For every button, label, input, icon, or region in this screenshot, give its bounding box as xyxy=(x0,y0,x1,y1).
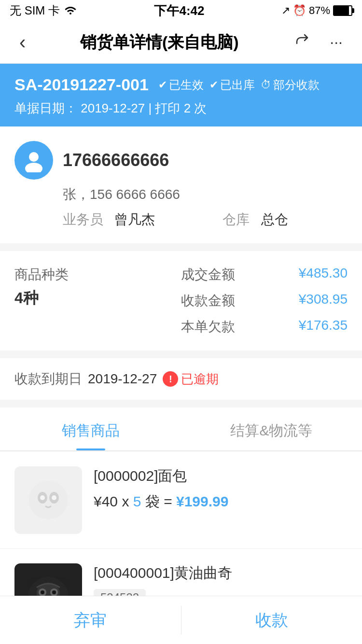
svg-point-5 xyxy=(40,495,45,500)
received-row: 收款金额 ¥308.95 xyxy=(181,292,348,310)
order-id: SA-20191227-001 xyxy=(14,75,149,94)
customer-section: 17666666666 张，156 6666 6666 业务员 曾凡杰 仓库 总… xyxy=(0,126,362,243)
nav-right-actions: ··· xyxy=(288,27,348,57)
debt-row: 本单欠款 ¥176.35 xyxy=(181,318,348,336)
overdue-date: 2019-12-27 xyxy=(88,371,157,387)
svg-point-1 xyxy=(25,163,42,172)
svg-point-12 xyxy=(52,590,56,594)
page-title: 销货单详情(来自电脑) xyxy=(80,31,239,54)
overdue-label: 收款到期日 xyxy=(14,370,82,388)
nav-bar: ‹ 销货单详情(来自电脑) ··· xyxy=(0,21,362,64)
warehouse-label: 仓库 总仓 xyxy=(223,210,288,229)
status-right: ↗ ⏰ 87% xyxy=(281,4,352,17)
customer-alias: 张，156 6666 6666 xyxy=(14,185,348,204)
stats-left: 商品种类 4种 xyxy=(14,266,181,309)
battery-label: 87% xyxy=(309,4,330,17)
svg-point-6 xyxy=(52,495,56,500)
status-partial-payment: ⏱ 部分收款 xyxy=(261,77,320,93)
wifi-icon xyxy=(64,4,77,17)
sales-label: 业务员 曾凡杰 xyxy=(63,210,155,229)
tab-sales-goods[interactable]: 销售商品 xyxy=(0,407,181,450)
check-icon-2: ✔ xyxy=(209,79,218,91)
location-icon: ↗ xyxy=(281,4,290,17)
svg-point-0 xyxy=(29,152,39,162)
tabs-section: 销售商品 结算&物流等 xyxy=(0,407,362,451)
clock-icon: ⏱ xyxy=(261,79,271,91)
customer-info-row: 业务员 曾凡杰 仓库 总仓 xyxy=(14,210,348,229)
overdue-icon: ! xyxy=(163,371,178,387)
status-left: 无 SIM 卡 xyxy=(10,3,77,18)
customer-phone: 17666666666 xyxy=(63,150,169,170)
check-icon-1: ✔ xyxy=(158,79,167,91)
amount-row: 成交金额 ¥485.30 xyxy=(181,266,348,284)
overdue-badge: ! 已逾期 xyxy=(163,371,219,388)
alarm-icon: ⏰ xyxy=(293,4,306,17)
share-button[interactable] xyxy=(288,27,315,57)
product-info-1: [0000002]面包 ¥40 x 5 袋 = ¥199.99 xyxy=(94,466,348,512)
tab-settlement[interactable]: 结算&物流等 xyxy=(181,407,362,450)
confirm-button[interactable]: 收款 xyxy=(181,596,362,644)
customer-avatar xyxy=(14,141,53,180)
bottom-bar: 弃审 收款 xyxy=(0,596,362,644)
status-active: ✔ 已生效 xyxy=(158,77,204,93)
cancel-button[interactable]: 弃审 xyxy=(0,596,181,644)
order-header: SA-20191227-001 ✔ 已生效 ✔ 已出库 ⏱ 部分收款 单据日期：… xyxy=(0,64,362,126)
status-shipped: ✔ 已出库 xyxy=(209,77,255,93)
carrier-label: 无 SIM 卡 xyxy=(10,3,60,18)
product-name-2: [000400001]黄油曲奇 xyxy=(94,563,348,583)
product-name-1: [0000002]面包 xyxy=(94,466,348,486)
back-button[interactable]: ‹ xyxy=(14,27,30,58)
stats-right: 成交金额 ¥485.30 收款金额 ¥308.95 本单欠款 ¥176.35 xyxy=(181,266,348,336)
order-meta: 单据日期： 2019-12-27 | 打印 2 次 xyxy=(14,100,348,117)
product-types-label: 商品种类 xyxy=(14,266,181,284)
product-price-row-1: ¥40 x 5 袋 = ¥199.99 xyxy=(94,492,348,512)
more-button[interactable]: ··· xyxy=(325,28,348,56)
status-time: 下午4:42 xyxy=(154,2,204,19)
status-badges: ✔ 已生效 ✔ 已出库 ⏱ 部分收款 xyxy=(158,77,320,93)
svg-point-11 xyxy=(41,590,44,594)
product-types-value: 4种 xyxy=(14,288,181,309)
stats-section: 商品种类 4种 成交金额 ¥485.30 收款金额 ¥308.95 本单欠款 ¥… xyxy=(0,251,362,350)
product-image-1 xyxy=(14,466,82,534)
svg-point-2 xyxy=(29,481,68,519)
battery-icon xyxy=(333,5,352,16)
product-item: [0000002]面包 ¥40 x 5 袋 = ¥199.99 xyxy=(0,452,362,549)
overdue-section: 收款到期日 2019-12-27 ! 已逾期 xyxy=(0,358,362,400)
status-bar: 无 SIM 卡 下午4:42 ↗ ⏰ 87% xyxy=(0,0,362,21)
